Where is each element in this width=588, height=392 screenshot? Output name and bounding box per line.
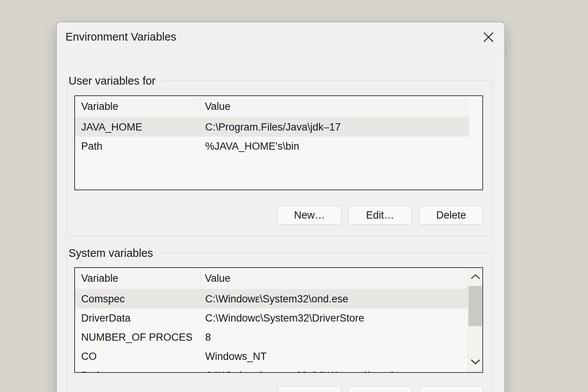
table-row[interactable]: DriverData C:\Windowc\System32\DriverSto… <box>75 309 469 328</box>
system-variables-table: Variable Value Comspec C:\Windowε\System… <box>74 267 483 373</box>
variable-cell: CO <box>75 351 201 363</box>
value-cell: 8 <box>201 332 469 343</box>
close-button[interactable] <box>479 28 498 46</box>
system-edit-button[interactable] <box>348 386 412 392</box>
value-column-header[interactable]: Value <box>200 268 469 289</box>
environment-variables-dialog: Environment Variables User variables for… <box>57 22 505 392</box>
value-cell: Windows_NT <box>201 351 469 363</box>
value-cell: C:\Windowc\System32\DriverStore <box>201 312 469 324</box>
variable-cell: DriverData <box>75 312 201 324</box>
system-table-header: Variable Value <box>75 268 469 289</box>
user-table-rows: JAVA_HOME C:\Program.Files/Java\jdk–17 P… <box>75 118 482 156</box>
table-row[interactable]: Path %JAVA_HOME's\bin <box>75 137 469 156</box>
scroll-down-button[interactable] <box>468 353 482 371</box>
chevron-down-icon <box>470 358 481 365</box>
close-icon <box>482 31 495 43</box>
table-row[interactable]: CO Windows_NT <box>75 347 469 366</box>
value-cell: C:\Windows\system32 C:\WA tears\inned <box>201 370 469 373</box>
title-bar: Environment Variables <box>57 22 505 52</box>
value-cell: C:\Program.Files/Java\jdk–17 <box>201 121 469 133</box>
scroll-up-button[interactable] <box>468 268 482 286</box>
value-cell: %JAVA_HOME's\bin <box>201 140 469 152</box>
variable-cell: Comspec <box>75 293 201 305</box>
vertical-scrollbar[interactable] <box>468 268 482 372</box>
table-row[interactable]: Comspec C:\Windowε\System32\ond.ese <box>75 289 469 309</box>
scrollbar-thumb[interactable] <box>469 286 482 326</box>
system-delete-button[interactable] <box>419 386 483 392</box>
user-variables-label: User variables for <box>67 73 162 88</box>
variable-cell: Path <box>75 140 201 152</box>
table-row[interactable]: JAVA_HOME C:\Program.Files/Java\jdk–17 <box>75 118 469 137</box>
user-table-header: Variable Value <box>75 96 469 118</box>
table-row[interactable]: Path C:\Windows\system32 C:\WA tears\inn… <box>75 366 469 373</box>
dialog-title: Environment Variables <box>65 31 176 43</box>
user-edit-button[interactable]: Edit… <box>348 206 412 225</box>
user-new-button[interactable]: New… <box>278 206 341 225</box>
variable-column-header[interactable]: Variable <box>75 96 200 117</box>
system-table-rows: Comspec C:\Windowε\System32\ond.ese Driv… <box>75 289 482 373</box>
system-variables-group: System variables Variable Value Comspec … <box>67 253 493 392</box>
user-variables-table: Variable Value JAVA_HOME C:\Program.File… <box>74 95 483 190</box>
variable-cell: JAVA_HOME <box>75 121 201 133</box>
chevron-up-icon <box>470 273 481 280</box>
value-cell: C:\Windowε\System32\ond.ese <box>201 293 469 305</box>
variable-cell: NUMBER_OF PROCES <box>75 332 201 343</box>
variable-cell: Path <box>75 370 201 373</box>
system-new-button[interactable] <box>278 386 341 392</box>
table-row[interactable]: NUMBER_OF PROCES 8 <box>75 328 469 347</box>
system-variables-label: System variables <box>67 245 159 261</box>
user-delete-button[interactable]: Delete <box>419 206 483 225</box>
variable-column-header[interactable]: Variable <box>75 268 200 289</box>
value-column-header[interactable]: Value <box>200 96 469 117</box>
